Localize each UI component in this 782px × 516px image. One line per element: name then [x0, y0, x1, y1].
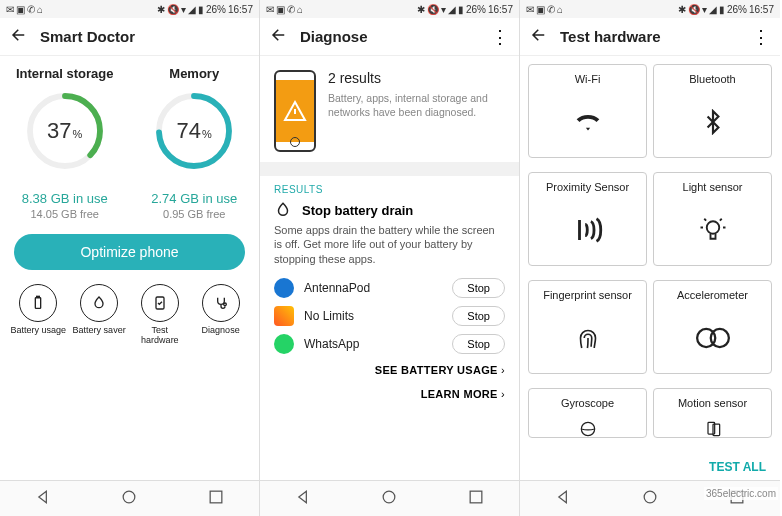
shortcut-battery-saver[interactable]: Battery saver	[71, 284, 127, 346]
mute-icon: 🔇	[167, 4, 179, 15]
nav-recent-icon[interactable]	[206, 487, 226, 511]
nav-home-icon[interactable]	[119, 487, 139, 511]
back-icon[interactable]	[270, 26, 288, 48]
memory-panel: Memory 74%	[130, 56, 260, 181]
memory-free: 0.95 GB free	[130, 208, 260, 220]
nav-bar	[260, 480, 519, 516]
leaf-icon	[274, 201, 292, 219]
nav-recent-icon[interactable]	[466, 487, 486, 511]
svg-point-14	[710, 329, 728, 347]
nav-home-icon[interactable]	[640, 487, 660, 511]
svg-rect-9	[210, 491, 222, 503]
app-row-nolimits: No Limits Stop	[260, 302, 519, 330]
status-bar: ✉▣✆⌂ ✱🔇▾◢▮26%16:57	[520, 0, 780, 18]
optimize-button[interactable]: Optimize phone	[14, 234, 245, 270]
phone-warning-icon	[274, 70, 316, 152]
gallery-icon: ▣	[16, 4, 25, 15]
divider	[260, 162, 519, 176]
card-accelerometer[interactable]: Accelerometer	[653, 280, 772, 374]
drain-desc: Some apps drain the battery while the sc…	[260, 223, 519, 274]
nav-bar	[0, 480, 259, 516]
card-gyroscope[interactable]: Gyroscope	[528, 388, 647, 438]
storage-used: 8.38 GB in use	[0, 191, 130, 206]
shortcut-test-hardware[interactable]: Test hardware	[132, 284, 188, 346]
screen-diagnose: ✉▣✆⌂ ✱🔇▾◢▮26%16:57 Diagnose ⋮ 2 results …	[260, 0, 520, 516]
screen-smart-doctor: ✉ ▣ ✆ ⌂ ✱ 🔇 ▾ ◢ ▮ 26% 16:57 Smart Doctor	[0, 0, 260, 516]
lightbulb-icon	[698, 203, 728, 257]
memory-label: Memory	[130, 66, 260, 81]
bluetooth-icon	[700, 95, 726, 149]
see-battery-usage-link[interactable]: SEE BATTERY USAGE ›	[260, 358, 519, 382]
test-all-button[interactable]: TEST ALL	[520, 454, 780, 480]
storage-label: Internal storage	[0, 66, 130, 81]
svg-point-10	[384, 491, 396, 503]
battery-icon: ▮	[198, 4, 204, 15]
shortcut-battery-usage[interactable]: Battery usage	[10, 284, 66, 346]
card-bluetooth[interactable]: Bluetooth	[653, 64, 772, 158]
nav-back-icon[interactable]	[33, 487, 53, 511]
nav-back-icon[interactable]	[553, 487, 573, 511]
wifi-icon	[571, 95, 605, 149]
overflow-icon[interactable]: ⋮	[491, 28, 509, 46]
svg-rect-4	[36, 298, 41, 309]
bluetooth-icon: ✱	[157, 4, 165, 15]
stop-button[interactable]: Stop	[452, 334, 505, 354]
memory-used: 2.74 GB in use	[130, 191, 260, 206]
storage-ring: 37%	[23, 89, 107, 173]
card-fingerprint[interactable]: Fingerprint sensor	[528, 280, 647, 374]
antennapod-icon	[274, 278, 294, 298]
wifi-icon: ▾	[181, 4, 186, 15]
app-row-whatsapp: WhatsApp Stop	[260, 330, 519, 358]
whatsapp-app-icon	[274, 334, 294, 354]
svg-rect-5	[37, 296, 40, 297]
page-title: Diagnose	[300, 28, 368, 45]
chevron-right-icon: ›	[501, 364, 505, 376]
chevron-right-icon: ›	[501, 388, 505, 400]
stop-button[interactable]: Stop	[452, 306, 505, 326]
back-icon[interactable]	[530, 26, 548, 48]
drain-title-row: Stop battery drain	[260, 201, 519, 223]
svg-point-7	[223, 303, 226, 306]
page-title: Smart Doctor	[40, 28, 135, 45]
results-desc: Battery, apps, internal storage and netw…	[328, 92, 505, 119]
app-row-antennapod: AntennaPod Stop	[260, 274, 519, 302]
signal-icon: ◢	[188, 4, 196, 15]
svg-point-12	[706, 221, 719, 234]
app-bar: Test hardware ⋮	[520, 18, 780, 56]
results-count: 2 results	[328, 70, 505, 86]
stop-button[interactable]: Stop	[452, 278, 505, 298]
overflow-icon[interactable]: ⋮	[752, 28, 770, 46]
learn-more-link[interactable]: LEARN MORE ›	[260, 382, 519, 406]
svg-point-18	[644, 491, 656, 503]
status-bar: ✉▣✆⌂ ✱🔇▾◢▮26%16:57	[260, 0, 519, 18]
card-wifi[interactable]: Wi-Fi	[528, 64, 647, 158]
screen-test-hardware: ✉▣✆⌂ ✱🔇▾◢▮26%16:57 Test hardware ⋮ Wi-Fi…	[520, 0, 780, 516]
card-proximity[interactable]: Proximity Sensor	[528, 172, 647, 266]
back-icon[interactable]	[10, 26, 28, 48]
results-header: RESULTS	[260, 176, 519, 201]
card-light[interactable]: Light sensor	[653, 172, 772, 266]
proximity-icon	[571, 203, 605, 257]
nav-back-icon[interactable]	[293, 487, 313, 511]
fingerprint-icon	[573, 311, 603, 365]
card-motion[interactable]: Motion sensor	[653, 388, 772, 438]
whatsapp-icon: ✆	[27, 4, 35, 15]
svg-point-8	[124, 491, 136, 503]
storage-free: 14.05 GB free	[0, 208, 130, 220]
app-bar: Smart Doctor	[0, 18, 259, 56]
battery-pct: 26%	[206, 4, 226, 15]
watermark: 365electric.com	[704, 487, 778, 500]
shortcut-diagnose[interactable]: Diagnose	[193, 284, 249, 346]
accelerometer-icon	[696, 311, 730, 365]
motion-icon	[698, 419, 728, 438]
mail-icon: ✉	[6, 4, 14, 15]
storage-panel: Internal storage 37%	[0, 56, 130, 181]
app-bar: Diagnose ⋮	[260, 18, 519, 56]
clock: 16:57	[228, 4, 253, 15]
gyroscope-icon	[573, 419, 603, 438]
page-title: Test hardware	[560, 28, 661, 45]
status-bar: ✉ ▣ ✆ ⌂ ✱ 🔇 ▾ ◢ ▮ 26% 16:57	[0, 0, 259, 18]
svg-rect-11	[470, 491, 482, 503]
nav-home-icon[interactable]	[379, 487, 399, 511]
home-icon: ⌂	[37, 4, 43, 15]
